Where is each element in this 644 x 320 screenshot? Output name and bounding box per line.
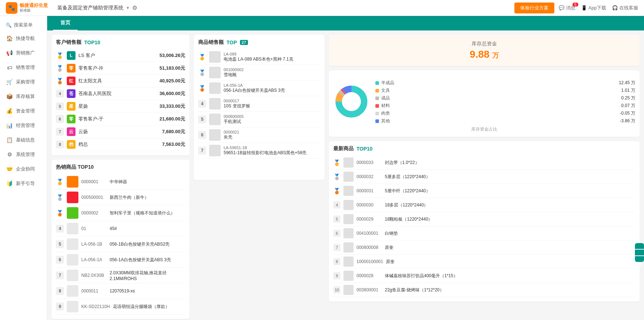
product-name-4: 10S 变扭罗猴 <box>224 103 320 109</box>
product-medal-3: 🥉 <box>198 85 206 92</box>
hot-product-name-4: 45# <box>110 226 185 231</box>
sidebar-item-purchase[interactable]: 🛒 采购管理 <box>0 75 47 89</box>
legend-dot-2 <box>375 89 379 93</box>
new-product-name-6: 白钢垫 <box>385 230 635 237</box>
sidebar-item-operation[interactable]: 📊 经营管理 <box>0 118 47 133</box>
product-rank-title: 商品销售额 TOP 27 <box>198 39 320 46</box>
product-name-6: 夹壳 <box>224 134 320 140</box>
sidebar-item-finance[interactable]: 💰 资金管理 <box>0 104 47 118</box>
hot-product-name-2: 新西兰牛肉（新牛） <box>110 194 185 201</box>
product-rank-item: 🥈 001000002 雪地靴 <box>198 65 320 81</box>
hot-product-code-9: KK-SD22110H <box>81 304 110 309</box>
hot-rank-num-6: 6 <box>56 256 64 264</box>
new-product-code-5: 0000029 <box>356 217 382 222</box>
sidebar-item-inventory[interactable]: 📦 库存核算 <box>0 89 47 104</box>
product-code-4: 0000017 <box>224 99 320 103</box>
search-menu[interactable]: 🔍 搜索菜单 <box>0 19 47 31</box>
new-product-img-3 <box>343 186 354 196</box>
hot-product-item: 🥇 0000001 中华神器 <box>56 174 185 190</box>
tab-home[interactable]: 首页 <box>53 16 78 30</box>
legend-item: 材料 0.07 万 <box>375 102 635 110</box>
nav-tabs: 首页 <box>47 16 644 30</box>
customer-name-8: 档总 <box>78 141 159 148</box>
message-icon: 💬 <box>559 5 564 11</box>
customer-name-4: 苍南县人民医院 <box>78 90 156 97</box>
content-area: 首页 客户销售额 TOP10 🥇 L LS 客户 <box>47 16 644 320</box>
hot-product-code-5: LA-056-1B <box>81 242 107 247</box>
middle-column: 商品销售额 TOP 27 🥇 LA-089 电池盖 LA-089 ABS本色+黑… <box>194 35 325 316</box>
customer-name-1: LS 客户 <box>78 52 156 59</box>
new-product-name-2: 5厘多层（1220*2440） <box>385 174 635 180</box>
product-img-5 <box>209 114 221 125</box>
sidebar-item-sales[interactable]: 🏷 销售管理 <box>0 60 47 75</box>
hot-rank-num-8: 8 <box>56 287 64 295</box>
sidebar-item-cooperation[interactable]: 🤝 企业协同 <box>0 162 47 176</box>
legend-name-3: 成品 <box>381 95 619 101</box>
customer-rank-item: 5 星 星扬 33,333.00元 <box>56 100 185 113</box>
trial-button[interactable]: 体验行业方案 <box>514 3 554 13</box>
topbar: 🐾 畅捷通好生意 标准版 装备及固定资产辅助管理系统 ▼ ⚙ 体验行业方案 💬 … <box>0 0 644 16</box>
product-medal-1: 🥇 <box>198 54 206 61</box>
hot-product-name-6: 056-1A白色按键开关盖ABS 3壳 <box>110 257 185 263</box>
hot-product-img-7 <box>67 270 78 281</box>
product-rank-card: 商品销售额 TOP 27 🥇 LA-089 电池盖 LA-089 ABS本色+黑… <box>194 35 325 180</box>
hot-product-item: 5 LA-056-1B 056-1B白色按键开关壳ABS2壳 <box>56 237 185 252</box>
hot-product-name-1: 中华神器 <box>110 179 185 185</box>
new-product-code-6: 004100001 <box>356 231 382 236</box>
app-download-action[interactable]: 📱 App下载 <box>581 5 606 11</box>
hot-product-code-6: LA-056-1A <box>81 257 107 262</box>
customer-avatar-4: 苍 <box>67 89 76 98</box>
new-products-highlight: TOP10 <box>356 146 372 152</box>
rank-medal-2: 🥈 <box>56 65 64 72</box>
sidebar-item-guide[interactable]: 🔰 新手引导 <box>0 176 47 191</box>
new-products-list: 🥇 0000033 封边带（1.0*22） 🥈 0000032 5厘多层（122… <box>333 156 635 297</box>
new-product-name-8: 原奎 <box>386 259 635 265</box>
headset-icon: 🎧 <box>612 5 618 11</box>
product-num-4: 4 <box>198 100 206 108</box>
logo-sub: 标准版 <box>20 8 48 13</box>
sidebar-item-basic[interactable]: 📋 基础信息 <box>0 133 47 147</box>
hot-products-list: 🥇 0000001 中华神器 🥈 000500001 新西兰牛肉（新牛） <box>56 174 185 315</box>
new-num-4: 4 <box>333 201 341 209</box>
new-num-10: 10 <box>333 286 341 294</box>
new-product-code-8: 10000100001 <box>356 259 383 264</box>
search-icon: 🔍 <box>6 22 12 28</box>
new-product-img-8 <box>343 257 354 267</box>
logo-text: 畅捷通好生意 <box>20 3 48 8</box>
hot-product-code-3: 0000002 <box>81 210 107 216</box>
hot-rank-medal-3: 🥉 <box>56 210 64 217</box>
new-product-item: 9 0000028 体碱嘉枝味苏打饮品400毫升（1*15） <box>333 269 635 283</box>
settings-icon[interactable]: ⚙ <box>132 4 137 11</box>
message-action[interactable]: 💬 消息 6 <box>559 5 575 11</box>
customer-rank-card: 客户销售额 TOP10 🥇 L LS 客户 53,006.26元 🥈 <box>52 35 189 155</box>
sidebar-item-quick-nav[interactable]: 🏠 快捷导航 <box>0 31 47 46</box>
sidebar-item-system[interactable]: ⚙ 系统管理 <box>0 147 47 162</box>
hot-product-name-8: 12070519-xs <box>110 288 185 294</box>
float-btn-live[interactable]: 直播 <box>635 256 644 262</box>
product-rank-list: 🥇 LA-089 电池盖 LA-089 ABS本色+黑种 7.1克 🥈 <box>198 49 320 159</box>
arrow-down-icon: ▼ <box>126 5 130 11</box>
float-btn-service[interactable]: 客服热线 <box>635 243 644 249</box>
new-product-item: 10 003800001 22g鱼豆腐-烧烤味（1*12*20） <box>333 283 635 297</box>
new-product-name-4: 18多层（1220*2440） <box>385 202 635 208</box>
hot-product-img-5 <box>67 238 78 250</box>
product-name-2: 雪地靴 <box>224 72 320 78</box>
new-product-code-10: 003800001 <box>356 287 382 292</box>
cooperation-icon: 🤝 <box>6 165 13 173</box>
app-label: App下载 <box>588 5 606 11</box>
legend-val-5: -0.05 万 <box>620 110 635 116</box>
legend-item: 其他 -3.86 万 <box>375 117 635 125</box>
legend-dot-1 <box>375 81 379 85</box>
service-action[interactable]: 🎧 在线客服 <box>612 5 638 11</box>
product-img-4 <box>209 98 221 110</box>
customer-value-4: 36,600.00元 <box>159 90 185 97</box>
rank-num-6: 6 <box>56 115 64 123</box>
system-selector[interactable]: 装备及固定资产辅助管理系统 ▼ ⚙ <box>57 4 510 11</box>
sidebar-item-marketing[interactable]: 📢 营销推广 <box>0 46 47 60</box>
inventory-card: 库存总资金 9.88 万 <box>329 35 640 66</box>
hot-products-card: 热销商品 TOP10 🥇 0000001 中华神器 🥈 000500001 <box>52 160 189 319</box>
customer-name-2: 零售客户-许 <box>78 65 156 71</box>
legend-dot-3 <box>375 97 379 100</box>
phone-icon: 📱 <box>581 5 587 11</box>
float-btn-community[interactable]: 服务社区 <box>635 250 644 255</box>
